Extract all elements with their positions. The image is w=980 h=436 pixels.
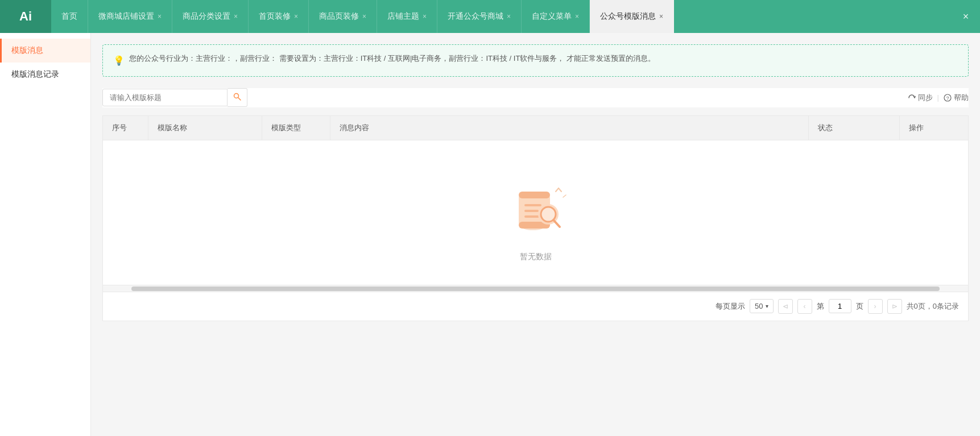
main-layout: 模版消息模版消息记录 💡 您的公众号行业为：主营行业：，副营行业： 需要设置为：…	[0, 33, 980, 436]
col-header-seq: 序号	[103, 116, 148, 140]
col-header-action: 操作	[900, 116, 968, 140]
sidebar-item-模版消息[interactable]: 模版消息	[0, 39, 90, 63]
page-size-label: 每页显示	[716, 301, 745, 312]
notice-highlight: 需要设置为：主营行业：IT科技 / 互联网|电子商务，副营行业：IT科技 / I…	[279, 54, 565, 63]
search-button[interactable]	[228, 88, 247, 107]
toolbar-right: 同步 | ? 帮助	[908, 88, 969, 107]
nav-tab-首页装修[interactable]: 首页装修×	[249, 0, 309, 33]
first-page-button[interactable]: ⊲	[778, 299, 793, 314]
page-unit-label: 页	[856, 301, 863, 312]
search-area	[102, 88, 247, 107]
nav-tab-开通公众号商城[interactable]: 开通公众号商城×	[437, 0, 522, 33]
tab-close-icon[interactable]: ×	[423, 13, 427, 20]
next-page-button[interactable]: ›	[868, 299, 883, 314]
nav-tab-商品页装修[interactable]: 商品页装修×	[309, 0, 377, 33]
tab-close-icon[interactable]: ×	[507, 13, 511, 20]
svg-line-16	[563, 195, 566, 197]
nav-tab-商品分类设置[interactable]: 商品分类设置×	[172, 0, 249, 33]
tab-close-icon[interactable]: ×	[575, 13, 579, 20]
notice-content: 您的公众号行业为：主营行业：，副营行业： 需要设置为：主营行业：IT科技 / 互…	[129, 53, 655, 65]
col-header-type: 模版类型	[262, 116, 330, 140]
top-nav: Ai 首页微商城店铺设置×商品分类设置×首页装修×商品页装修×店铺主题×开通公众…	[0, 0, 980, 33]
empty-state: 暂无数据	[103, 140, 968, 285]
nav-tabs: 首页微商城店铺设置×商品分类设置×首页装修×商品页装修×店铺主题×开通公众号商城…	[51, 0, 952, 33]
page-number-input[interactable]	[829, 299, 851, 313]
sync-button[interactable]: 同步	[908, 93, 933, 103]
logo: Ai	[0, 0, 51, 33]
col-header-status: 状态	[809, 116, 900, 140]
toolbar-divider: |	[937, 93, 939, 102]
help-label: 帮助	[954, 93, 969, 103]
close-all-button[interactable]: ×	[952, 0, 980, 33]
nav-tab-微商城店铺设置[interactable]: 微商城店铺设置×	[88, 0, 172, 33]
tab-close-icon[interactable]: ×	[294, 13, 298, 20]
sidebar-item-模版消息记录[interactable]: 模版消息记录	[0, 63, 90, 86]
horizontal-scrollbar[interactable]	[103, 285, 968, 292]
svg-line-15	[559, 188, 561, 192]
svg-line-1	[238, 98, 241, 101]
tab-close-icon[interactable]: ×	[158, 13, 162, 20]
col-header-content: 消息内容	[330, 116, 809, 140]
search-icon	[233, 93, 241, 101]
empty-icon	[502, 175, 570, 243]
help-button[interactable]: ? 帮助	[944, 93, 969, 103]
col-header-name: 模版名称	[148, 116, 262, 140]
help-icon: ?	[944, 94, 952, 102]
notice-text-suffix: 才能正常发送预置的消息。	[567, 54, 655, 63]
notice-icon: 💡	[113, 53, 125, 68]
notice-box: 💡 您的公众号行业为：主营行业：，副营行业： 需要设置为：主营行业：IT科技 /…	[102, 44, 969, 77]
pagination: 每页显示 50 ▾ ⊲ ‹ 第 页 › ⊳	[103, 292, 968, 321]
tab-close-icon[interactable]: ×	[234, 13, 238, 20]
svg-rect-8	[524, 204, 541, 206]
table-header: 序号 模版名称 模版类型 消息内容 状态 操作	[103, 116, 968, 140]
page-total: 共0页，0条记录	[907, 301, 959, 312]
sync-icon	[908, 94, 916, 102]
search-input[interactable]	[102, 89, 228, 106]
svg-line-14	[556, 188, 559, 192]
content-area: 💡 您的公众号行业为：主营行业：，副营行业： 需要设置为：主营行业：IT科技 /…	[91, 33, 980, 436]
svg-rect-9	[524, 210, 539, 212]
svg-line-13	[553, 220, 560, 227]
svg-text:?: ?	[946, 95, 949, 101]
sidebar: 模版消息模版消息记录	[0, 33, 91, 436]
tab-close-icon[interactable]: ×	[362, 13, 366, 20]
data-table: 序号 模版名称 模版类型 消息内容 状态 操作	[102, 115, 969, 321]
scrollbar-thumb[interactable]	[131, 286, 940, 291]
empty-text: 暂无数据	[520, 252, 552, 262]
nav-tab-店铺主题[interactable]: 店铺主题×	[377, 0, 437, 33]
svg-rect-10	[524, 215, 540, 218]
nav-tab-自定义菜单[interactable]: 自定义菜单×	[522, 0, 590, 33]
prev-page-button[interactable]: ‹	[797, 299, 812, 314]
page-size-select[interactable]: 50 ▾	[750, 299, 773, 313]
nav-tab-首页[interactable]: 首页	[51, 0, 88, 33]
tab-close-icon[interactable]: ×	[659, 13, 663, 20]
toolbar: 同步 | ? 帮助	[102, 88, 969, 107]
chevron-down-icon: ▾	[766, 303, 768, 309]
notice-text-prefix: 您的公众号行业为：主营行业：，副营行业：	[129, 54, 277, 63]
page-size-value: 50	[755, 302, 763, 310]
page-di-label: 第	[817, 301, 824, 312]
nav-tab-公众号模版消息[interactable]: 公众号模版消息×	[590, 0, 674, 33]
sync-label: 同步	[918, 93, 933, 103]
svg-rect-6	[519, 192, 550, 198]
last-page-button[interactable]: ⊳	[887, 299, 902, 314]
